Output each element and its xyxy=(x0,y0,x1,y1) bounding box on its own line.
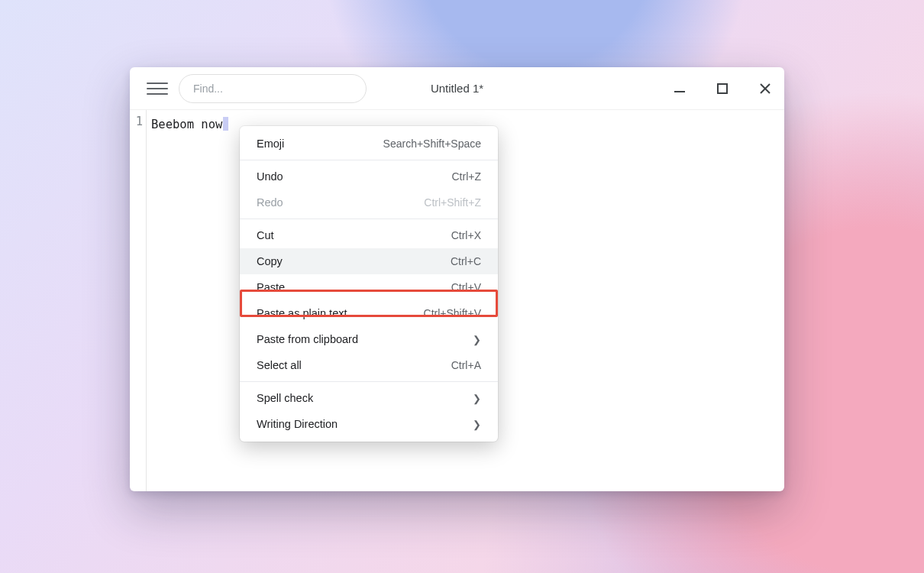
menu-item-paste-clipboard[interactable]: Paste from clipboard ❯ xyxy=(240,326,498,352)
menu-item-copy[interactable]: Copy Ctrl+C xyxy=(240,248,498,274)
search-input[interactable] xyxy=(179,74,367,103)
maximize-icon[interactable] xyxy=(714,80,731,97)
menu-label: Emoji xyxy=(257,138,284,150)
titlebar: Untitled 1* xyxy=(130,67,784,110)
menu-item-paste-plain[interactable]: Paste as plain text Ctrl+Shift+V xyxy=(240,300,498,326)
menu-shortcut: Ctrl+A xyxy=(451,359,481,371)
window-title: Untitled 1* xyxy=(431,82,483,95)
chevron-right-icon: ❯ xyxy=(473,334,481,345)
menu-label: Cut xyxy=(257,229,274,241)
menu-separator xyxy=(240,160,498,160)
menu-label: Copy xyxy=(257,255,283,267)
line-gutter: 1 xyxy=(130,110,147,491)
menu-shortcut: Ctrl+V xyxy=(451,281,481,293)
menu-shortcut: Ctrl+X xyxy=(451,229,481,241)
menu-shortcut: Ctrl+Shift+Z xyxy=(424,196,481,209)
menu-label: Select all xyxy=(257,359,302,371)
line-number: 1 xyxy=(130,115,143,128)
window-controls xyxy=(671,80,774,97)
menu-label: Spell check xyxy=(257,392,313,404)
minimize-icon[interactable] xyxy=(671,80,688,97)
close-icon[interactable] xyxy=(757,80,774,97)
menu-shortcut: Ctrl+Shift+V xyxy=(424,307,481,319)
menu-item-redo: Redo Ctrl+Shift+Z xyxy=(240,189,498,215)
menu-icon[interactable] xyxy=(147,78,168,99)
menu-shortcut: Search+Shift+Space xyxy=(383,138,481,150)
chevron-right-icon: ❯ xyxy=(473,393,481,404)
editor-text: Beebom now xyxy=(151,118,222,131)
svg-rect-1 xyxy=(718,84,727,93)
context-menu: Emoji Search+Shift+Space Undo Ctrl+Z Red… xyxy=(240,126,498,442)
menu-item-emoji[interactable]: Emoji Search+Shift+Space xyxy=(240,131,498,157)
menu-label: Redo xyxy=(257,196,283,209)
menu-item-paste[interactable]: Paste Ctrl+V xyxy=(240,274,498,300)
menu-label: Writing Direction xyxy=(257,418,338,430)
menu-item-spell-check[interactable]: Spell check ❯ xyxy=(240,385,498,411)
menu-label: Paste from clipboard xyxy=(257,333,358,345)
menu-separator xyxy=(240,381,498,382)
menu-item-undo[interactable]: Undo Ctrl+Z xyxy=(240,163,498,189)
chevron-right-icon: ❯ xyxy=(473,419,481,430)
menu-label: Paste as plain text xyxy=(257,307,347,319)
menu-shortcut: Ctrl+Z xyxy=(452,170,482,183)
menu-item-cut[interactable]: Cut Ctrl+X xyxy=(240,222,498,248)
text-cursor xyxy=(223,117,228,131)
menu-label: Undo xyxy=(257,170,283,183)
menu-shortcut: Ctrl+C xyxy=(451,255,481,267)
menu-label: Paste xyxy=(257,281,285,293)
menu-item-writing-direction[interactable]: Writing Direction ❯ xyxy=(240,411,498,437)
menu-separator xyxy=(240,219,498,219)
menu-item-select-all[interactable]: Select all Ctrl+A xyxy=(240,352,498,378)
